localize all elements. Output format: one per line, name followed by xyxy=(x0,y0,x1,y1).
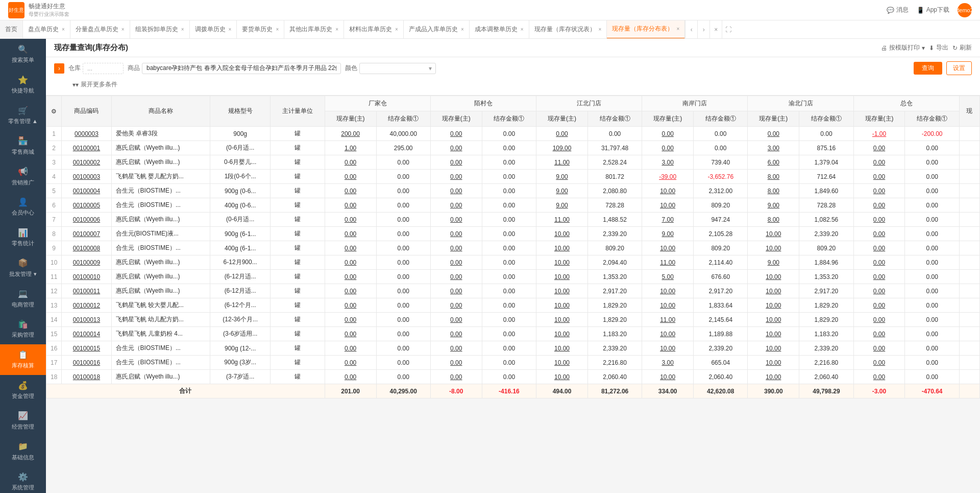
cell-jiangbei-qty[interactable]: 10.00 xyxy=(536,370,588,384)
cell-yubei-qty[interactable]: 3.00 xyxy=(748,141,799,155)
cell-jiangbei-qty[interactable]: 10.00 xyxy=(536,298,588,313)
cell-code[interactable]: 00100005 xyxy=(62,198,111,213)
close-icon[interactable]: × xyxy=(229,27,232,32)
cell-general-qty[interactable]: 0.00 xyxy=(853,370,905,384)
cell-jiangbei-qty[interactable]: 11.00 xyxy=(536,155,588,170)
cell-code[interactable]: 00100010 xyxy=(62,270,111,284)
sidebar-item-retail-mgmt[interactable]: 🛒 零售管理 ▲ xyxy=(0,100,46,131)
close-icon[interactable]: × xyxy=(181,27,184,32)
cell-mucun-qty[interactable]: 0.00 xyxy=(430,255,482,270)
cell-mucun-qty[interactable]: 0.00 xyxy=(430,155,482,170)
cell-yubei-qty[interactable]: 8.00 xyxy=(748,170,799,184)
cell-nanan-qty[interactable]: 10.00 xyxy=(642,298,694,313)
message-btn[interactable]: 💬 消息 xyxy=(887,6,909,14)
cell-code[interactable]: 00100001 xyxy=(62,141,111,155)
cell-yubei-qty[interactable]: 6.00 xyxy=(748,155,799,170)
cell-factory-qty[interactable]: 200.00 xyxy=(325,127,376,141)
cell-mucun-qty[interactable]: 0.00 xyxy=(430,198,482,213)
sidebar-item-wholesale[interactable]: 📦 批发管理 ▾ xyxy=(0,252,46,283)
cell-code[interactable]: 00100013 xyxy=(62,313,111,327)
cell-general-qty[interactable]: 0.00 xyxy=(853,227,905,241)
cell-yubei-qty[interactable]: 10.00 xyxy=(748,284,799,298)
tab-expand-btn[interactable]: ⛶ xyxy=(722,20,734,39)
tab-cost-adjust[interactable]: 成本调整单历史 × xyxy=(470,20,529,39)
cell-mucun-qty[interactable]: 0.00 xyxy=(430,298,482,313)
sidebar-item-finance[interactable]: 💰 资金管理 xyxy=(0,375,46,406)
color-input[interactable] xyxy=(359,63,436,74)
sidebar-item-purchase[interactable]: 🛍️ 采购管理 xyxy=(0,314,46,344)
cell-factory-qty[interactable]: 0.00 xyxy=(325,270,376,284)
cell-jiangbei-qty[interactable]: 0.00 xyxy=(536,127,588,141)
cell-factory-qty[interactable]: 0.00 xyxy=(325,327,376,341)
cell-jiangbei-qty[interactable]: 10.00 xyxy=(536,255,588,270)
cell-jiangbei-qty[interactable]: 10.00 xyxy=(536,341,588,356)
cell-mucun-qty[interactable]: 0.00 xyxy=(430,341,482,356)
cell-mucun-qty[interactable]: 0.00 xyxy=(430,270,482,284)
sidebar-item-retail-stats[interactable]: 📊 零售统计 xyxy=(0,222,46,253)
cell-general-qty[interactable]: -1.00 xyxy=(853,127,905,141)
cell-general-qty[interactable]: 0.00 xyxy=(853,298,905,313)
tab-other-outbound[interactable]: 其他出库单历史 × xyxy=(284,20,344,39)
cell-code[interactable]: 00100015 xyxy=(62,341,111,356)
close-icon[interactable]: × xyxy=(335,27,338,32)
collapse-btn[interactable]: › xyxy=(54,63,64,74)
cell-code[interactable]: 00100002 xyxy=(62,155,111,170)
sidebar-item-retail-mall[interactable]: 🏪 零售商城 xyxy=(0,130,46,161)
cell-nanan-qty[interactable]: 7.00 xyxy=(642,213,694,227)
cell-factory-qty[interactable]: 0.00 xyxy=(325,241,376,255)
close-icon[interactable]: × xyxy=(62,27,65,32)
cell-code[interactable]: 00100008 xyxy=(62,241,111,255)
cell-jiangbei-qty[interactable]: 9.00 xyxy=(536,170,588,184)
goods-input[interactable] xyxy=(142,63,341,74)
tab-inventory-status[interactable]: 现存量（库存状况表） × xyxy=(529,20,607,39)
setting-button[interactable]: 设置 xyxy=(946,61,972,75)
cell-jiangbei-qty[interactable]: 10.00 xyxy=(536,227,588,241)
cell-factory-qty[interactable]: 0.00 xyxy=(325,341,376,356)
cell-general-qty[interactable]: 0.00 xyxy=(853,356,905,370)
cell-factory-qty[interactable]: 0.00 xyxy=(325,198,376,213)
cell-nanan-qty[interactable]: 11.00 xyxy=(642,313,694,327)
cell-mucun-qty[interactable]: 0.00 xyxy=(430,141,482,155)
sidebar-item-ecommerce[interactable]: 💻 电商管理 xyxy=(0,283,46,314)
cell-yubei-qty[interactable]: 9.00 xyxy=(748,198,799,213)
cell-general-qty[interactable]: 0.00 xyxy=(853,170,905,184)
cell-yubei-qty[interactable]: 0.00 xyxy=(748,127,799,141)
close-icon[interactable]: × xyxy=(276,27,279,32)
cell-yubei-qty[interactable]: 10.00 xyxy=(748,241,799,255)
cell-nanan-qty[interactable]: 10.00 xyxy=(642,341,694,356)
cell-jiangbei-qty[interactable]: 10.00 xyxy=(536,327,588,341)
warehouse-input[interactable] xyxy=(83,63,124,74)
cell-code[interactable]: 00100018 xyxy=(62,370,111,384)
cell-factory-qty[interactable]: 0.00 xyxy=(325,170,376,184)
cell-mucun-qty[interactable]: 0.00 xyxy=(430,127,482,141)
export-btn[interactable]: ⬇ 导出 xyxy=(929,43,948,52)
cell-general-qty[interactable]: 0.00 xyxy=(853,184,905,198)
cell-factory-qty[interactable]: 1.00 xyxy=(325,141,376,155)
cell-nanan-qty[interactable]: 10.00 xyxy=(642,198,694,213)
cell-factory-qty[interactable]: 0.00 xyxy=(325,313,376,327)
tab-finished-inbound[interactable]: 产成品入库单历史 × xyxy=(404,20,470,39)
cell-code[interactable]: 00100016 xyxy=(62,356,111,370)
cell-jiangbei-qty[interactable]: 9.00 xyxy=(536,198,588,213)
cell-nanan-qty[interactable]: 9.00 xyxy=(642,227,694,241)
cell-factory-qty[interactable]: 0.00 xyxy=(325,298,376,313)
cell-general-qty[interactable]: 0.00 xyxy=(853,255,905,270)
cell-jiangbei-qty[interactable]: 10.00 xyxy=(536,270,588,284)
cell-yubei-qty[interactable]: 10.00 xyxy=(748,313,799,327)
cell-factory-qty[interactable]: 0.00 xyxy=(325,213,376,227)
cell-factory-qty[interactable]: 0.00 xyxy=(325,370,376,384)
sidebar-item-members[interactable]: 👤 会员中心 xyxy=(0,192,46,222)
cell-mucun-qty[interactable]: 0.00 xyxy=(430,170,482,184)
cell-mucun-qty[interactable]: 0.00 xyxy=(430,241,482,255)
cell-general-qty[interactable]: 0.00 xyxy=(853,341,905,356)
cell-mucun-qty[interactable]: 0.00 xyxy=(430,313,482,327)
sidebar-item-marketing[interactable]: 📢 营销推广 xyxy=(0,161,46,192)
sidebar-item-inventory[interactable]: 📋 库存核算 xyxy=(0,344,46,375)
cell-yubei-qty[interactable]: 8.00 xyxy=(748,184,799,198)
close-icon[interactable]: × xyxy=(676,26,679,32)
cell-nanan-qty[interactable]: 3.00 xyxy=(642,356,694,370)
tab-transfer[interactable]: 调拨单历史 × xyxy=(190,20,237,39)
cell-nanan-qty[interactable]: 10.00 xyxy=(642,284,694,298)
cell-code[interactable]: 0000003 xyxy=(62,127,111,141)
cell-yubei-qty[interactable]: 9.00 xyxy=(748,255,799,270)
